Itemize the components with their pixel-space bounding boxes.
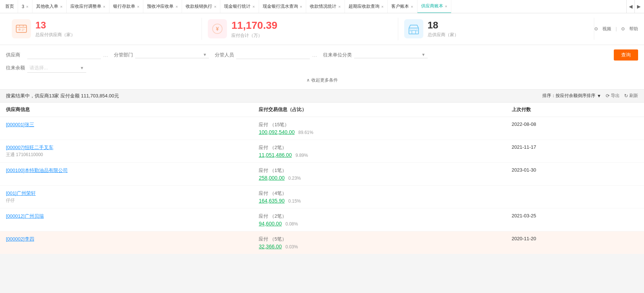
summary-card-total: 18 总供应商（家） bbox=[398, 18, 594, 40]
nav-prev-button[interactable]: ◀ bbox=[626, 0, 634, 13]
nav-arrows: ◀ ▶ bbox=[626, 0, 643, 13]
svg-rect-2 bbox=[22, 29, 25, 30]
export-icon: ⟳ bbox=[606, 93, 610, 99]
collapse-label: 收起更多条件 bbox=[311, 77, 338, 83]
summary-number-total: 18 bbox=[428, 20, 459, 31]
payable-row-2: 11,051,486.00 9.89% bbox=[259, 152, 511, 158]
export-label: 导出 bbox=[611, 93, 620, 99]
balance-select[interactable]: 请选择... ▼ bbox=[27, 63, 86, 73]
refresh-label: 刷新 bbox=[629, 93, 638, 99]
payable-amount-3[interactable]: 258,000.00 bbox=[259, 175, 284, 181]
lastpay-1: 2022-08-08 bbox=[512, 121, 638, 127]
payable-amount-1[interactable]: 100,092,540.00 bbox=[259, 129, 294, 135]
supplier-icon bbox=[12, 19, 31, 38]
nav-item-adjust[interactable]: 应收应付调整单 × bbox=[67, 0, 109, 13]
supplier-info-6: [000002]李四 bbox=[6, 236, 259, 242]
svg-rect-3 bbox=[22, 30, 24, 31]
category-select[interactable]: ▼ bbox=[354, 51, 428, 58]
chevron-up-icon: ∧ bbox=[307, 77, 310, 83]
supplier-link-2[interactable]: [000007]恒旺二手叉车 bbox=[6, 144, 259, 151]
nav-item-cash-stats[interactable]: 现金银行统计 × bbox=[220, 0, 259, 13]
dept-select[interactable]: ▼ bbox=[135, 51, 209, 58]
person-input[interactable] bbox=[236, 51, 310, 59]
col-header-payable: 应付交易信息（占比） bbox=[259, 106, 511, 113]
result-actions: 排序：按应付余额倒序排序 ▼ ⟳ 导出 ↻ 刷新 bbox=[542, 93, 638, 99]
filter-person: 分管人员 ... bbox=[215, 51, 317, 59]
export-button[interactable]: ⟳ 导出 bbox=[606, 93, 620, 99]
nav-item-3[interactable]: 3 × bbox=[18, 0, 32, 13]
payable-row-4: 164,635.90 0.15% bbox=[259, 198, 511, 204]
sort-label: 排序：按应付余额倒序排序 bbox=[542, 93, 595, 99]
supplier-link-3[interactable]: [000100]本特勤油品有限公司 bbox=[6, 167, 259, 174]
summary-card-suppliers: 13 总应付供应商（家） bbox=[6, 18, 202, 40]
close-icon[interactable]: × bbox=[381, 4, 384, 9]
nav-item-bank[interactable]: 银行存款单 × bbox=[109, 0, 143, 13]
close-icon[interactable]: × bbox=[411, 4, 413, 9]
summary-number-amount: 11,170.39 bbox=[231, 19, 277, 32]
nav-item-overdue[interactable]: 超期应收款查询 × bbox=[345, 0, 388, 13]
summary-text-total: 18 总供应商（家） bbox=[428, 20, 459, 38]
payable-info-6: 应付 （5笔） 32,366.00 0.03% bbox=[259, 236, 511, 249]
nav-item-collection[interactable]: 收款核销执行 × bbox=[182, 0, 220, 13]
nav-item-supplier-account[interactable]: 供应商账本 × bbox=[417, 0, 451, 13]
filter-area: 供应商 ... 分管部门 ▼ 分管人员 ... 往来单位分类 bbox=[0, 45, 644, 90]
collapse-button[interactable]: ∧ 收起更多条件 bbox=[302, 76, 342, 85]
close-icon[interactable]: × bbox=[252, 4, 255, 9]
nav-item-home[interactable]: 首页 bbox=[1, 0, 18, 13]
supplier-link-6[interactable]: [000002]李四 bbox=[6, 236, 259, 242]
filter-category-label: 往来单位分类 bbox=[323, 52, 352, 58]
nav-item-prepay[interactable]: 预收冲应收单 × bbox=[143, 0, 182, 13]
help-link[interactable]: 帮助 bbox=[629, 26, 638, 32]
video-link[interactable]: 视频 bbox=[602, 26, 611, 32]
close-icon[interactable]: × bbox=[26, 4, 28, 9]
svg-text:¥: ¥ bbox=[216, 26, 219, 32]
result-bar: 搜索结果中，供应商13家 应付金额 111,703,854.00元 排序：按应付… bbox=[0, 90, 644, 103]
nav-item-cash-flow[interactable]: 现金银行流水查询 × bbox=[259, 0, 306, 13]
supplier-sub-4: 仔仔 bbox=[6, 197, 259, 204]
nav-next-button[interactable]: ▶ bbox=[634, 0, 643, 13]
payable-pct-1: 89.61% bbox=[298, 130, 314, 135]
close-icon[interactable]: × bbox=[60, 4, 62, 9]
payable-amount-5[interactable]: 94,600.00 bbox=[259, 221, 281, 227]
svg-rect-8 bbox=[410, 30, 412, 31]
payable-pct-4: 0.15% bbox=[288, 199, 301, 204]
payable-amount-6[interactable]: 32,366.00 bbox=[259, 244, 281, 249]
payable-info-1: 应付 （15笔） 100,092,540.00 89.61% bbox=[259, 121, 511, 135]
supplier-input[interactable] bbox=[27, 51, 101, 59]
supplier-info-5: [000012]广州贝瑞 bbox=[6, 213, 259, 220]
summary-text-suppliers: 13 总应付供应商（家） bbox=[35, 20, 75, 38]
table-row: [001]广州荣轩 仔仔 应付 （4笔） 164,635.90 0.15% bbox=[0, 186, 644, 208]
table-row: [000007]恒旺二手叉车 王通 17106110000 应付 （2笔） 11… bbox=[0, 140, 644, 163]
payable-amount-2[interactable]: 11,051,486.00 bbox=[259, 152, 292, 158]
close-icon[interactable]: × bbox=[214, 4, 216, 9]
divider: | bbox=[616, 26, 617, 31]
person-dots-icon[interactable]: ... bbox=[312, 52, 317, 58]
table-row: [000001]张三 应付 （15笔） 100,092,540.00 89.61… bbox=[0, 117, 644, 140]
close-icon[interactable]: × bbox=[445, 4, 447, 8]
query-button[interactable]: 查询 bbox=[614, 49, 638, 61]
refresh-button[interactable]: ↻ 刷新 bbox=[624, 93, 638, 99]
close-icon[interactable]: × bbox=[300, 4, 302, 9]
balance-chevron-icon: ▼ bbox=[80, 66, 84, 70]
supplier-link-5[interactable]: [000012]广州贝瑞 bbox=[6, 213, 259, 220]
filter-category: 往来单位分类 ▼ bbox=[323, 51, 428, 58]
lastpay-2: 2021-11-17 bbox=[512, 144, 638, 150]
supplier-link-1[interactable]: [000001]张三 bbox=[6, 121, 259, 128]
close-icon[interactable]: × bbox=[175, 4, 178, 9]
supplier-dots-icon[interactable]: ... bbox=[103, 52, 108, 58]
nav-item-income[interactable]: 其他收入单 × bbox=[32, 0, 66, 13]
sort-select[interactable]: 排序：按应付余额倒序排序 ▼ bbox=[542, 93, 601, 99]
close-icon[interactable]: × bbox=[103, 4, 105, 9]
category-chevron-icon: ▼ bbox=[421, 52, 426, 57]
payable-pct-2: 9.89% bbox=[295, 153, 308, 158]
payable-amount-4[interactable]: 164,635.90 bbox=[259, 198, 284, 204]
lastpay-6: 2020-11-20 bbox=[512, 236, 638, 241]
supplier-link-4[interactable]: [001]广州荣轩 bbox=[6, 190, 259, 197]
close-icon[interactable]: × bbox=[137, 4, 139, 9]
summary-label-suppliers: 总应付供应商（家） bbox=[35, 32, 75, 38]
content-area: 供应商信息 应付交易信息（占比） 上次付数 [000001]张三 应付 （15笔… bbox=[0, 103, 644, 293]
close-icon[interactable]: × bbox=[338, 4, 340, 9]
nav-item-collection-stats[interactable]: 收款情况统计 × bbox=[306, 0, 344, 13]
nav-item-customer-account[interactable]: 客户账本 × bbox=[388, 0, 417, 13]
filter-supplier: 供应商 ... bbox=[6, 51, 108, 59]
